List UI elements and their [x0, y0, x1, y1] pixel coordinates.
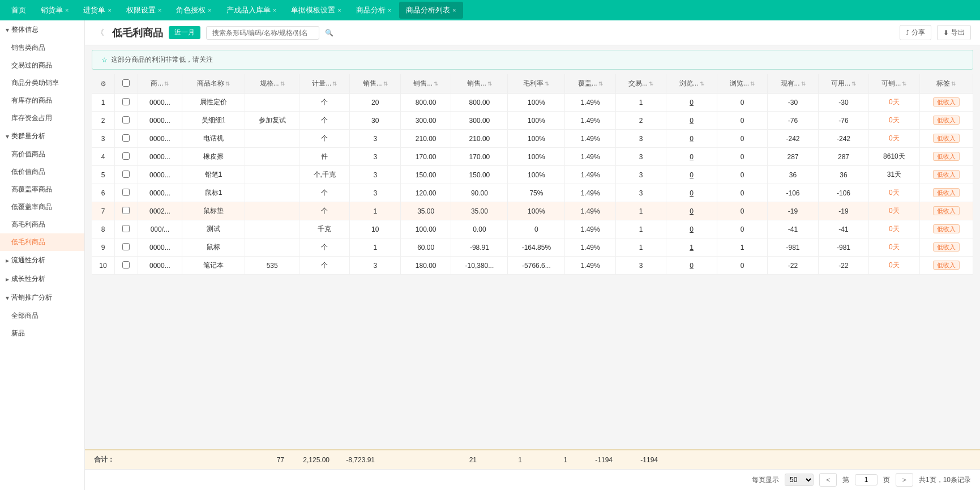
sidebar-item-sales-products[interactable]: 销售类商品	[0, 39, 84, 57]
col-tag[interactable]: 标签⇅	[919, 74, 973, 93]
nav-product-analysis-list[interactable]: 商品分析列表×	[399, 2, 463, 19]
col-available[interactable]: 可用...⇅	[818, 74, 868, 93]
col-sales-qty[interactable]: 销售...⇅	[350, 74, 400, 93]
col-settings[interactable]: ⚙	[92, 74, 115, 93]
sidebar-item-stock-capital[interactable]: 库存资金占用	[0, 109, 84, 127]
col-gross-margin[interactable]: 毛利率⇅	[508, 74, 565, 93]
row-view1[interactable]: 0	[666, 166, 717, 184]
nav-product-analysis[interactable]: 商品分析×	[349, 2, 398, 19]
row-tag[interactable]: 低收入	[919, 112, 973, 130]
col-coverage[interactable]: 覆盖...⇅	[565, 74, 615, 93]
row-select-checkbox[interactable]	[122, 189, 130, 196]
row-tag[interactable]: 低收入	[919, 202, 973, 220]
sidebar-item-stocked-products[interactable]: 有库存的商品	[0, 92, 84, 109]
sidebar-group-marketing[interactable]: ▾ 营销推广分析	[0, 288, 84, 307]
row-tag[interactable]: 低收入	[919, 184, 973, 202]
sidebar-item-all-products[interactable]: 全部商品	[0, 307, 84, 325]
sidebar-item-high-margin[interactable]: 高毛利商品	[0, 216, 84, 233]
close-icon[interactable]: ×	[108, 7, 111, 14]
col-trade-count[interactable]: 交易...⇅	[615, 74, 666, 93]
sidebar-item-new-products[interactable]: 新品	[0, 325, 84, 342]
page-number-input[interactable]	[855, 474, 878, 485]
col-name[interactable]: 商品名称⇅	[182, 74, 245, 93]
row-checkbox[interactable]	[115, 130, 138, 148]
nav-sales-order[interactable]: 销货单×	[34, 2, 75, 19]
sidebar-item-low-coverage[interactable]: 低覆盖率商品	[0, 198, 84, 216]
sidebar-group-overall-info[interactable]: ▾ 整体信息	[0, 20, 84, 39]
row-tag[interactable]: 低收入	[919, 130, 973, 148]
col-sellable-days[interactable]: 可销...⇅	[869, 74, 919, 93]
sidebar-group-growth[interactable]: ▸ 成长性分析	[0, 270, 84, 288]
share-button[interactable]: ⤴ 分享	[900, 25, 931, 40]
col-sales-amt[interactable]: 销售...⇅	[400, 74, 451, 93]
row-checkbox[interactable]	[115, 220, 138, 238]
row-view1[interactable]: 0	[666, 257, 717, 275]
row-select-checkbox[interactable]	[122, 243, 130, 250]
row-view1[interactable]: 0	[666, 130, 717, 148]
nav-purchase-order[interactable]: 进货单×	[76, 2, 118, 19]
row-view1[interactable]: 1	[666, 238, 717, 257]
col-unit[interactable]: 计量...⇅	[299, 74, 350, 93]
prev-page-button[interactable]: ＜	[819, 473, 837, 487]
export-button[interactable]: ⬇ 导出	[937, 25, 971, 40]
row-tag[interactable]: 低收入	[919, 257, 973, 275]
close-icon[interactable]: ×	[337, 7, 341, 14]
sidebar-item-high-coverage[interactable]: 高覆盖率商品	[0, 181, 84, 198]
nav-template-settings[interactable]: 单据模板设置×	[284, 2, 348, 19]
row-checkbox[interactable]	[115, 238, 138, 257]
search-icon[interactable]: 🔍	[325, 29, 333, 37]
col-code[interactable]: 商...⇅	[138, 74, 182, 93]
nav-home[interactable]: 首页	[5, 2, 33, 19]
nav-finished-goods[interactable]: 产成品入库单×	[220, 2, 283, 19]
search-input[interactable]	[206, 26, 319, 40]
row-checkbox[interactable]	[115, 257, 138, 275]
row-checkbox[interactable]	[115, 93, 138, 112]
row-checkbox[interactable]	[115, 202, 138, 220]
sidebar-item-category-sales-rate[interactable]: 商品分类助销率	[0, 74, 84, 92]
row-checkbox[interactable]	[115, 148, 138, 166]
row-view1[interactable]: 0	[666, 184, 717, 202]
row-tag[interactable]: 低收入	[919, 93, 973, 112]
row-checkbox[interactable]	[115, 166, 138, 184]
row-checkbox[interactable]	[115, 184, 138, 202]
nav-permission-settings[interactable]: 权限设置×	[119, 2, 168, 19]
col-view1[interactable]: 浏览...⇅	[666, 74, 717, 93]
col-spec[interactable]: 规格...⇅	[245, 74, 299, 93]
col-sales-profit[interactable]: 销售...⇅	[451, 74, 508, 93]
sidebar-item-low-margin[interactable]: 低毛利商品	[0, 233, 84, 251]
col-checkbox[interactable]	[115, 74, 138, 93]
row-tag[interactable]: 低收入	[919, 238, 973, 257]
sidebar-group-cluster-analysis[interactable]: ▾ 类群量分析	[0, 127, 84, 146]
sidebar-item-high-value[interactable]: 高价值商品	[0, 146, 84, 163]
col-view2[interactable]: 浏览...⇅	[717, 74, 767, 93]
close-icon[interactable]: ×	[158, 7, 161, 14]
row-select-checkbox[interactable]	[122, 98, 130, 105]
sidebar-group-liquidity[interactable]: ▸ 流通性分析	[0, 251, 84, 270]
row-view1[interactable]: 0	[666, 112, 717, 130]
sidebar-item-low-value[interactable]: 低价值商品	[0, 163, 84, 181]
row-tag[interactable]: 低收入	[919, 148, 973, 166]
row-select-checkbox[interactable]	[122, 152, 130, 160]
nav-role-auth[interactable]: 角色授权×	[169, 2, 218, 19]
row-tag[interactable]: 低收入	[919, 220, 973, 238]
sidebar-item-traded-products[interactable]: 交易过的商品	[0, 57, 84, 74]
row-select-checkbox[interactable]	[122, 171, 130, 178]
close-icon[interactable]: ×	[208, 7, 211, 14]
row-tag[interactable]: 低收入	[919, 166, 973, 184]
close-icon[interactable]: ×	[388, 7, 391, 14]
row-select-checkbox[interactable]	[122, 225, 130, 232]
next-page-button[interactable]: ＞	[896, 473, 913, 487]
filter-recent-month-button[interactable]: 近一月	[169, 26, 200, 39]
row-checkbox[interactable]	[115, 112, 138, 130]
row-view1[interactable]: 0	[666, 93, 717, 112]
row-select-checkbox[interactable]	[122, 116, 130, 123]
select-all-checkbox[interactable]	[122, 79, 130, 87]
row-view1[interactable]: 0	[666, 148, 717, 166]
row-select-checkbox[interactable]	[122, 134, 130, 142]
close-icon[interactable]: ×	[452, 7, 456, 14]
col-current-stock[interactable]: 现有...⇅	[768, 74, 818, 93]
row-select-checkbox[interactable]	[122, 261, 130, 269]
row-view1[interactable]: 0	[666, 202, 717, 220]
close-icon[interactable]: ×	[65, 7, 69, 14]
close-icon[interactable]: ×	[273, 7, 276, 14]
